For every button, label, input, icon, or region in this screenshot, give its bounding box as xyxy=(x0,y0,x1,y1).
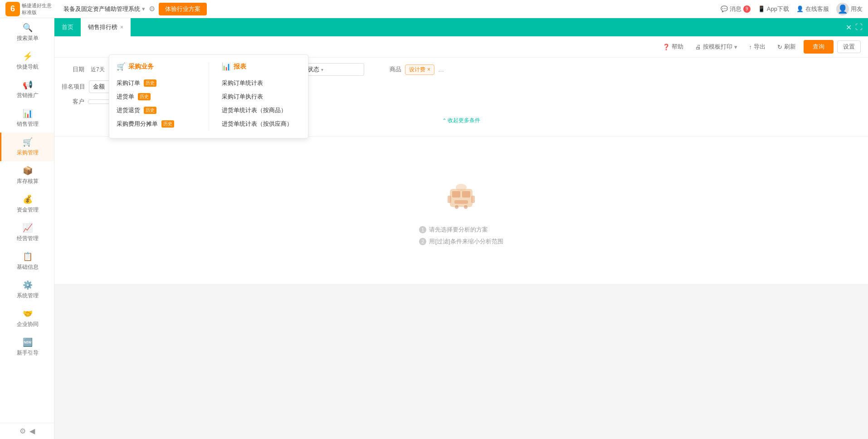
online-service-btn[interactable]: 👤 在线客服 xyxy=(796,5,829,13)
report-col: 📊 报表 采购订单统计表 采购订单执行表 进货单统计表（按商品） 进货单统计表（… xyxy=(222,62,301,131)
purchase-col-title: 🛒 采购业务 xyxy=(117,62,196,71)
search-icon: 🔍 xyxy=(23,23,33,33)
dropdown-item-purchase-expense[interactable]: 采购费用分摊单 历史 xyxy=(117,117,196,131)
sidebar-item-operations[interactable]: 📈 经营管理 xyxy=(0,218,54,247)
topbar: 6 畅捷通好生意 标准版 装备及固定资产辅助管理系统 ▾ ⚙ 体验行业方案 💬 … xyxy=(0,0,868,18)
dropdown-divider xyxy=(209,62,209,131)
logo: 6 畅捷通好生意 标准版 xyxy=(5,2,60,16)
svg-point-5 xyxy=(464,205,468,209)
sidebar-item-enterprise[interactable]: 🤝 企业协同 xyxy=(0,304,54,333)
sidebar: 🔍 搜索菜单 ⚡ 快捷导航 📢 营销推广 📊 销售管理 🛒 采购管理 📦 库存核… xyxy=(0,18,54,439)
purchase-title-icon: 🛒 xyxy=(117,62,126,71)
svg-point-8 xyxy=(456,184,467,191)
goods-dots[interactable]: … xyxy=(438,66,444,73)
query-button[interactable]: 查询 xyxy=(804,40,834,54)
cart-icon: 🛒 xyxy=(23,137,33,147)
history-badge-2: 历史 xyxy=(138,93,151,100)
sidebar-item-quick-nav[interactable]: ⚡ 快捷导航 xyxy=(0,47,54,75)
money-icon: 💰 xyxy=(23,194,33,204)
sidebar-item-marketing[interactable]: 📢 营销推广 xyxy=(0,75,54,104)
tab-maximize-icon[interactable]: ⛶ xyxy=(855,23,863,31)
system-dropdown-arrow[interactable]: ▾ xyxy=(142,5,145,12)
export-btn[interactable]: ↑ 导出 xyxy=(745,40,770,53)
print-dropdown-icon[interactable]: ▾ xyxy=(734,44,737,50)
dropdown-item-incoming-stats-supplier[interactable]: 进货单统计表（按供应商） xyxy=(222,117,301,131)
chart-icon: 📊 xyxy=(23,109,33,118)
tab-close-icon[interactable]: × xyxy=(120,24,123,30)
svg-rect-3 xyxy=(454,200,468,204)
refresh-btn[interactable]: ↻ 刷新 xyxy=(773,40,800,53)
sidebar-item-sales[interactable]: 📊 销售管理 xyxy=(0,104,54,133)
logo-text: 畅捷通好生意 标准版 xyxy=(22,2,52,15)
empty-state: 1 请先选择要分析的方案 2 用[过滤]条件来缩小分析范围 xyxy=(54,137,868,284)
empty-tips: 1 请先选择要分析的方案 2 用[过滤]条件来缩小分析范围 xyxy=(419,224,503,247)
svg-rect-7 xyxy=(471,196,475,203)
clipboard-icon: 📋 xyxy=(23,252,33,261)
handshake-icon: 🤝 xyxy=(23,309,33,319)
help-btn[interactable]: ❓ 帮助 xyxy=(658,40,688,53)
customer-label: 客户 xyxy=(62,98,84,106)
topbar-right: 💬 消息 9 📱 App下载 👤 在线客服 👤 用友 xyxy=(721,3,863,15)
history-badge-4: 历史 xyxy=(161,120,174,128)
ranking-label: 排名项目 xyxy=(62,83,85,91)
industry-btn[interactable]: 体验行业方案 xyxy=(159,3,207,15)
sidebar-item-search[interactable]: 🔍 搜索菜单 xyxy=(0,18,54,47)
dropdown-item-po-exec[interactable]: 采购订单执行表 xyxy=(222,90,301,104)
avatar: 👤 xyxy=(836,3,849,15)
sidebar-item-guide[interactable]: 🆕 新手引导 xyxy=(0,333,54,361)
settings-bottom-icon[interactable]: ⚙ xyxy=(20,427,26,435)
print-icon: 🖨 xyxy=(695,44,701,50)
collapse-btn[interactable]: ⌃ 收起更多条件 xyxy=(442,113,480,128)
goods-tag-close[interactable]: × xyxy=(427,66,430,73)
report-title-icon: 📊 xyxy=(222,62,231,71)
message-btn[interactable]: 💬 消息 9 xyxy=(721,5,751,13)
sidebar-item-inventory[interactable]: 📦 库存核算 xyxy=(0,161,54,190)
dropdown-item-incoming-stats-goods[interactable]: 进货单统计表（按商品） xyxy=(222,104,301,117)
purchase-col: 🛒 采购业务 采购订单 历史 进货单 历史 进货退货 历史 xyxy=(117,62,196,131)
sidebar-item-basic[interactable]: 📋 基础信息 xyxy=(0,247,54,276)
dropdown-item-purchase-order[interactable]: 采购订单 历史 xyxy=(117,76,196,90)
empty-illustration xyxy=(439,173,484,218)
sidebar-item-finance[interactable]: 💰 资金管理 xyxy=(0,190,54,218)
sidebar-bottom: ⚙ ◀ xyxy=(0,423,54,439)
operations-icon: 📈 xyxy=(23,223,33,233)
date-label: 日期 xyxy=(62,65,84,74)
dropdown-item-return[interactable]: 进货退货 历史 xyxy=(117,104,196,117)
tab-bar: 首页 销售排行榜 × ✕ ⛶ xyxy=(54,18,868,36)
svg-point-4 xyxy=(455,205,458,209)
report-col-title: 📊 报表 xyxy=(222,62,301,71)
page-content: ❓ 帮助 🖨 按模板打印 ▾ ↑ 导出 ↻ 刷新 xyxy=(54,36,868,439)
message-icon: 💬 xyxy=(721,5,728,12)
goods-tag: 设计费 × xyxy=(405,64,434,75)
tab-close-window-icon[interactable]: ✕ xyxy=(846,23,852,32)
main-layout: 🔍 搜索菜单 ⚡ 快捷导航 📢 营销推广 📊 销售管理 🛒 采购管理 📦 库存核… xyxy=(0,18,868,439)
lightning-icon: ⚡ xyxy=(23,51,33,61)
purchase-dropdown-menu: 🛒 采购业务 采购订单 历史 进货单 历史 进货退货 历史 xyxy=(109,54,308,138)
logo-icon: 6 xyxy=(5,2,20,16)
new-icon: 🆕 xyxy=(23,337,33,347)
service-icon: 👤 xyxy=(796,5,804,12)
svg-rect-6 xyxy=(448,196,451,203)
history-badge-1: 历史 xyxy=(144,79,156,87)
tab-home[interactable]: 首页 xyxy=(54,18,81,36)
svg-rect-2 xyxy=(462,191,470,197)
megaphone-icon: 📢 xyxy=(23,80,33,90)
collapse-sidebar-btn[interactable]: ◀ xyxy=(29,427,35,435)
dropdown-item-po-stats[interactable]: 采购订单统计表 xyxy=(222,76,301,90)
doc-status-chevron: ▾ xyxy=(321,67,323,72)
dropdown-item-incoming[interactable]: 进货单 历史 xyxy=(117,90,196,104)
collapse-arrow-icon: ⌃ xyxy=(442,118,447,124)
user-menu[interactable]: 👤 用友 xyxy=(836,3,863,15)
export-icon: ↑ xyxy=(749,44,752,50)
settings-button[interactable]: 设置 xyxy=(837,40,861,53)
sidebar-item-system[interactable]: ⚙️ 系统管理 xyxy=(0,276,54,304)
print-btn[interactable]: 🖨 按模板打印 ▾ xyxy=(691,40,741,53)
tip-item-2: 2 用[过滤]条件来缩小分析范围 xyxy=(419,236,503,247)
tab-bar-right: ✕ ⛶ xyxy=(840,18,868,36)
settings-icon: ⚙️ xyxy=(23,280,33,290)
tab-sales-ranking[interactable]: 销售排行榜 × xyxy=(81,18,131,36)
gear-icon[interactable]: ⚙ xyxy=(149,5,155,13)
date-7days[interactable]: 近7天 xyxy=(88,65,107,74)
sidebar-item-purchase[interactable]: 🛒 采购管理 xyxy=(0,133,54,161)
app-download-btn[interactable]: 📱 App下载 xyxy=(758,5,789,13)
